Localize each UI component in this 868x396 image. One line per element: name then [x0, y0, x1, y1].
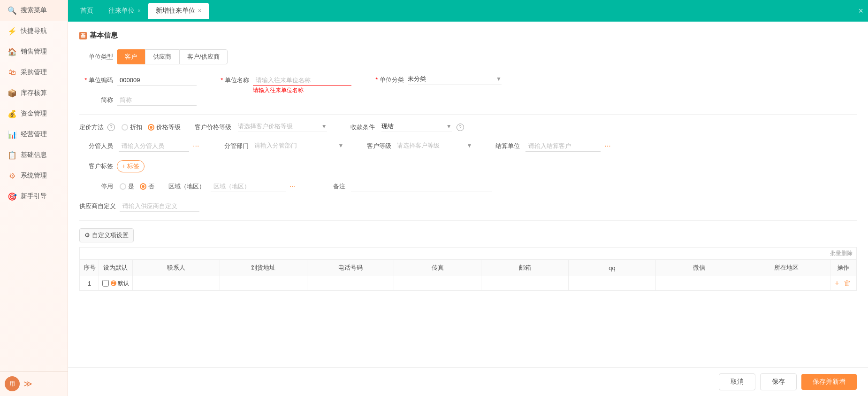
cancel-button[interactable]: 取消	[719, 373, 755, 390]
settlement-unit-input[interactable]	[525, 140, 601, 152]
default-radio-cell[interactable]: 默认	[111, 280, 129, 287]
save-and-new-button[interactable]: 保存并新增	[801, 374, 857, 390]
unit-category-value: 未分类	[408, 75, 496, 83]
email-input[interactable]	[484, 280, 565, 287]
sidebar-item-label: 资金管理	[21, 109, 47, 118]
custom-settings-button[interactable]: ⚙ 自定义项设置	[79, 228, 134, 242]
row-unit-code-name-cat: * 单位编码 * 单位名称 请输入往来单位名称	[79, 75, 857, 86]
dept-select[interactable]: 请输入分管部门 ▼	[254, 141, 343, 151]
sidebar-item-finance[interactable]: 💰 资金管理	[0, 103, 68, 124]
customer-price-field: 客户价格等级 请选择客户价格等级 ▼	[195, 122, 327, 132]
pricing-radio-price-level[interactable]: 价格等级	[148, 123, 181, 132]
sidebar-item-operations[interactable]: 📊 经营管理	[0, 124, 68, 145]
sidebar-item-label: 搜索菜单	[21, 6, 47, 15]
box-icon: 📦	[8, 88, 17, 98]
row-region-input[interactable]	[746, 280, 827, 287]
unit-category-select[interactable]: 未分类 ▼	[408, 75, 502, 85]
disabled-radio-no[interactable]: 否	[140, 182, 154, 191]
sidebar-item-label: 采购管理	[21, 68, 47, 77]
unit-name-input[interactable]	[253, 75, 351, 86]
manager-input[interactable]	[119, 140, 189, 152]
unit-btn-both[interactable]: 客户/供应商	[179, 49, 228, 64]
cell-action: + 🗑	[830, 276, 856, 291]
tab-new-vendor[interactable]: 新增往来单位 ×	[148, 3, 209, 19]
settlement-unit-more-icon[interactable]: ···	[602, 142, 612, 150]
sidebar-item-inventory[interactable]: 📦 库存核算	[0, 83, 68, 103]
row-customer-tag: 客户标签 + 标签	[79, 160, 857, 172]
tab-bar-close-all[interactable]: ×	[858, 6, 863, 16]
save-button[interactable]: 保存	[760, 373, 797, 390]
add-tag-button[interactable]: + 标签	[117, 160, 145, 172]
cell-address[interactable]	[220, 276, 307, 291]
pricing-field: 定价方法 ? 折扣 价格等级	[79, 123, 181, 132]
section-header: 基 基本信息	[79, 31, 857, 40]
disabled-radio-group: 是 否	[120, 182, 154, 191]
cell-wechat[interactable]	[655, 276, 743, 291]
sidebar-item-sales[interactable]: 🏠 销售管理	[0, 41, 68, 62]
cell-qq[interactable]	[569, 276, 656, 291]
tab-home[interactable]: 首页	[73, 3, 101, 19]
tab-new-vendor-close[interactable]: ×	[198, 8, 201, 14]
unit-name-error: 请输入往来单位名称	[253, 86, 304, 94]
customer-level-select[interactable]: 请选择客户等级 ▼	[397, 141, 472, 151]
pricing-radio-discount[interactable]: 折扣	[122, 123, 142, 132]
radio-dot-yes	[120, 183, 126, 190]
pricing-help-icon[interactable]: ?	[107, 124, 115, 131]
region-more-icon[interactable]: ···	[288, 182, 297, 191]
sidebar-item-quick-nav[interactable]: ⚡ 快捷导航	[0, 21, 68, 41]
sidebar-item-purchase[interactable]: 🛍 采购管理	[0, 62, 68, 83]
unit-category-field: * 单位分类 未分类 ▼	[370, 75, 502, 85]
tab-vendor-list-close[interactable]: ×	[137, 8, 141, 14]
chevron-down5-icon: ▼	[466, 142, 472, 149]
add-row-button[interactable]: +	[833, 279, 840, 287]
contact-input[interactable]	[136, 280, 217, 287]
row-checkbox[interactable]	[102, 280, 109, 287]
content-area: 基 基本信息 单位类型 客户 供应商 客户/供应商 * 单位编码	[68, 22, 868, 367]
avatar: 用	[5, 376, 20, 391]
row-supplier-custom: 供应商自定义	[79, 201, 857, 212]
fax-input[interactable]	[397, 280, 478, 287]
sidebar-item-label: 系统管理	[21, 171, 47, 180]
manager-more-icon[interactable]: ···	[191, 142, 201, 150]
sidebar-item-base[interactable]: 📋 基础信息	[0, 145, 68, 165]
main-area: 首页 往来单位 × 新增往来单位 × × 基 基本信息 单位类型 客户 供应商 …	[68, 0, 868, 396]
sidebar-item-guide[interactable]: 🎯 新手引导	[0, 186, 68, 207]
section-icon: 基	[79, 32, 87, 39]
cell-fax[interactable]	[394, 276, 481, 291]
payment-terms-help-icon[interactable]: ?	[457, 124, 464, 131]
cell-contact[interactable]	[132, 276, 220, 291]
home-icon: 🏠	[8, 47, 17, 56]
sidebar-item-system[interactable]: ⚙ 系统管理	[0, 165, 68, 186]
settlement-unit-field: 结算单位 ···	[486, 140, 612, 152]
remark-input[interactable]	[351, 181, 492, 192]
payment-terms-select[interactable]: 现结 ▼	[381, 122, 452, 132]
customer-price-select[interactable]: 请选择客户价格等级 ▼	[238, 122, 327, 132]
tab-vendor-list[interactable]: 往来单位 ×	[101, 3, 148, 19]
supplier-custom-input[interactable]	[120, 201, 199, 212]
unit-btn-supplier[interactable]: 供应商	[145, 49, 179, 64]
unit-code-input[interactable]	[117, 75, 197, 86]
cell-phone[interactable]	[307, 276, 394, 291]
disabled-radio-yes[interactable]: 是	[120, 182, 134, 191]
cell-email[interactable]	[481, 276, 569, 291]
unit-btn-customer[interactable]: 客户	[117, 49, 145, 64]
radio-dot-no	[140, 183, 146, 190]
batch-delete-btn[interactable]: 批量删除	[830, 249, 853, 257]
default-label: 默认	[118, 280, 129, 287]
unit-code-label: * 单位编码	[79, 76, 117, 85]
address-input[interactable]	[223, 280, 304, 287]
region-input[interactable]	[211, 181, 286, 192]
divider2	[79, 220, 857, 221]
phone-input[interactable]	[310, 280, 391, 287]
chevron-down-icon: ▼	[496, 76, 502, 82]
delete-row-button[interactable]: 🗑	[842, 279, 853, 287]
cell-region[interactable]	[743, 276, 830, 291]
customer-tag-label: 客户标签	[79, 162, 117, 171]
qq-input[interactable]	[571, 280, 653, 287]
sidebar-item-search[interactable]: 🔍 搜索菜单	[0, 0, 68, 21]
money-icon: 💰	[8, 109, 17, 118]
short-name-input[interactable]	[117, 94, 197, 106]
wechat-input[interactable]	[659, 280, 740, 287]
payment-terms-label: 收款条件	[341, 123, 379, 132]
sidebar-bottom: 用 ≫	[0, 371, 68, 396]
